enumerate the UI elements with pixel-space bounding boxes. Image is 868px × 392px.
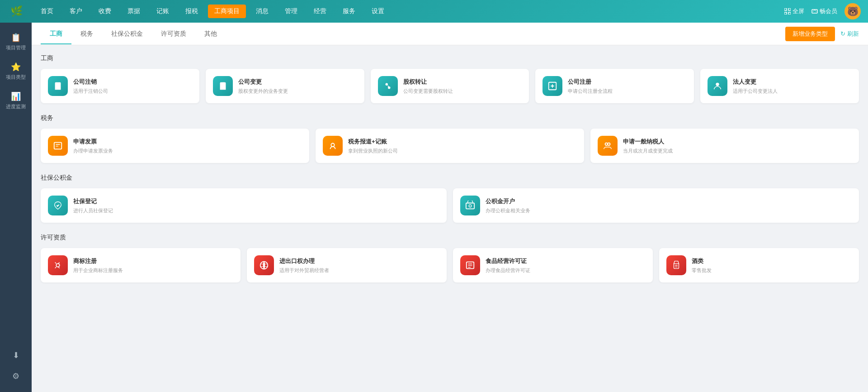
sidebar-bottom: ⬇ ⚙ bbox=[9, 347, 23, 392]
card-company-register[interactable]: 公司注册 申请公司注册全流程 bbox=[535, 69, 694, 103]
food-license-title: 食品经营许可证 bbox=[486, 257, 646, 265]
nav-tax[interactable]: 报税 bbox=[179, 5, 204, 18]
svg-point-8 bbox=[716, 83, 719, 86]
general-taxpayer-icon bbox=[598, 136, 618, 156]
card-social-insurance[interactable]: 社保登记 进行人员社保登记 bbox=[41, 188, 447, 223]
card-provident-fund[interactable]: 公积金开户 办理公积金相关业务 bbox=[453, 188, 859, 223]
apply-invoice-info: 申请发票 办理申请发票业务 bbox=[73, 138, 302, 154]
project-manage-icon: 📋 bbox=[11, 33, 21, 43]
svg-rect-0 bbox=[784, 8, 787, 10]
refresh-button[interactable]: ↻ 刷新 bbox=[840, 30, 859, 38]
card-general-taxpayer[interactable]: 申请一般纳税人 当月或次月成变更完成 bbox=[590, 129, 859, 163]
trademark-icon bbox=[48, 255, 68, 275]
sidebar-download-icon[interactable]: ⬇ bbox=[9, 347, 23, 364]
company-register-info: 公司注册 申请公司注册全流程 bbox=[568, 78, 687, 95]
new-business-type-button[interactable]: 新增业务类型 bbox=[785, 27, 835, 41]
alcohol-desc: 零售批发 bbox=[692, 267, 852, 274]
company-cancel-icon bbox=[48, 76, 68, 96]
tab-bar-actions: 新增业务类型 ↻ 刷新 bbox=[785, 27, 859, 41]
svg-point-12 bbox=[608, 143, 610, 146]
license-cards-grid: 商标注册 用于企业商标注册服务 进出口权办理 适用于对外贸易经营者 bbox=[41, 248, 859, 282]
alcohol-info: 酒类 零售批发 bbox=[692, 257, 852, 274]
user-avatar[interactable]: 🐻 bbox=[844, 3, 861, 19]
nav-operation[interactable]: 经营 bbox=[307, 5, 333, 18]
legal-change-desc: 适用于公司变更法人 bbox=[733, 88, 852, 95]
content-area: 工商 税务 社保公积金 许可资质 其他 新增业务类型 ↻ 刷新 工商 bbox=[32, 23, 868, 392]
card-import-export[interactable]: 进出口权办理 适用于对外贸易经营者 bbox=[247, 248, 447, 282]
food-license-desc: 办理食品经营许可证 bbox=[486, 267, 646, 274]
company-change-icon bbox=[213, 76, 233, 96]
legal-change-info: 法人变更 适用于公司变更法人 bbox=[733, 78, 852, 95]
left-sidebar: 📋 项目管理 ⭐ 项目类型 📊 进度监测 ⬇ ⚙ bbox=[0, 23, 32, 392]
vip-button[interactable]: 畅会员 bbox=[811, 7, 837, 15]
company-register-title: 公司注册 bbox=[568, 78, 687, 86]
nav-message[interactable]: 消息 bbox=[250, 5, 275, 18]
social-insurance-desc: 进行人员社保登记 bbox=[73, 207, 439, 214]
nav-fee[interactable]: 收费 bbox=[92, 5, 118, 18]
sidebar-settings-icon[interactable]: ⚙ bbox=[9, 368, 23, 385]
app-logo: 🌿 bbox=[7, 2, 25, 20]
card-company-change[interactable]: 公司变更 股权变更外的业务变更 bbox=[206, 69, 364, 103]
nav-service[interactable]: 服务 bbox=[336, 5, 362, 18]
nav-home[interactable]: 首页 bbox=[34, 5, 60, 18]
sidebar-item-project-type[interactable]: ⭐ 项目类型 bbox=[0, 57, 32, 86]
tab-social-security[interactable]: 社保公积金 bbox=[102, 24, 152, 44]
nav-invoice[interactable]: 票据 bbox=[121, 5, 146, 18]
svg-point-5 bbox=[385, 83, 388, 86]
nav-items-container: 首页 客户 收费 票据 记账 报税 工商项目 消息 管理 经营 服务 设置 bbox=[34, 5, 784, 18]
company-change-info: 公司变更 股权变更外的业务变更 bbox=[238, 78, 357, 95]
nav-customer[interactable]: 客户 bbox=[63, 5, 89, 18]
section-title-social: 社保公积金 bbox=[41, 174, 859, 182]
sidebar-label-project-manage: 项目管理 bbox=[6, 44, 26, 51]
general-taxpayer-title: 申请一般纳税人 bbox=[623, 138, 852, 146]
card-alcohol[interactable]: 酒类 零售批发 bbox=[659, 248, 859, 282]
nav-industrial[interactable]: 工商项目 bbox=[208, 5, 246, 18]
svg-rect-1 bbox=[788, 8, 791, 10]
company-register-desc: 申请公司注册全流程 bbox=[568, 88, 687, 95]
social-insurance-info: 社保登记 进行人员社保登记 bbox=[73, 197, 439, 214]
equity-transfer-icon bbox=[378, 76, 398, 96]
import-export-title: 进出口权办理 bbox=[279, 257, 439, 265]
trademark-title: 商标注册 bbox=[73, 257, 233, 265]
import-export-icon bbox=[254, 255, 274, 275]
card-trademark[interactable]: 商标注册 用于企业商标注册服务 bbox=[41, 248, 241, 282]
company-change-desc: 股权变更外的业务变更 bbox=[238, 88, 357, 95]
company-cancel-desc: 适用于注销公司 bbox=[73, 88, 192, 95]
legal-change-icon bbox=[708, 76, 727, 96]
tab-tax[interactable]: 税务 bbox=[71, 24, 102, 44]
apply-invoice-desc: 办理申请发票业务 bbox=[73, 148, 302, 154]
top-navigation: 🌿 首页 客户 收费 票据 记账 报税 工商项目 消息 管理 经营 服务 设置 … bbox=[0, 0, 868, 23]
svg-rect-9 bbox=[54, 143, 62, 149]
sidebar-item-progress-monitor[interactable]: 📊 进度监测 bbox=[0, 86, 32, 115]
industrial-cards-grid: 公司注销 适用于注销公司 公司变更 股权变更外的业务变更 bbox=[41, 69, 859, 103]
tab-industrial[interactable]: 工商 bbox=[41, 24, 71, 44]
tax-cards-grid: 申请发票 办理申请发票业务 税务报道+记账 拿到营业执照的新公司 bbox=[41, 129, 859, 163]
sidebar-item-project-manage[interactable]: 📋 项目管理 bbox=[0, 27, 32, 57]
company-cancel-info: 公司注销 适用于注销公司 bbox=[73, 78, 192, 95]
card-apply-invoice[interactable]: 申请发票 办理申请发票业务 bbox=[41, 129, 309, 163]
nav-manage[interactable]: 管理 bbox=[278, 5, 304, 18]
card-food-license[interactable]: 食品经营许可证 办理食品经营许可证 bbox=[453, 248, 653, 282]
provident-fund-desc: 办理公积金相关业务 bbox=[486, 207, 852, 214]
general-taxpayer-desc: 当月或次月成变更完成 bbox=[623, 148, 852, 154]
svg-point-15 bbox=[56, 263, 59, 267]
card-company-cancel[interactable]: 公司注销 适用于注销公司 bbox=[41, 69, 199, 103]
tax-bookkeeping-desc: 拿到营业执照的新公司 bbox=[348, 148, 577, 154]
food-license-icon bbox=[460, 255, 480, 275]
tab-other[interactable]: 其他 bbox=[195, 24, 226, 44]
import-export-desc: 适用于对外贸易经营者 bbox=[279, 267, 439, 274]
card-tax-bookkeeping[interactable]: 税务报道+记账 拿到营业执照的新公司 bbox=[316, 129, 584, 163]
fullscreen-button[interactable]: 全屏 bbox=[784, 7, 804, 15]
section-title-license: 许可资质 bbox=[41, 234, 859, 242]
nav-bookkeeping[interactable]: 记账 bbox=[150, 5, 175, 18]
tax-bookkeeping-info: 税务报道+记账 拿到营业执照的新公司 bbox=[348, 138, 577, 154]
social-insurance-title: 社保登记 bbox=[73, 197, 439, 206]
tax-bookkeeping-title: 税务报道+记账 bbox=[348, 138, 577, 146]
tab-license[interactable]: 许可资质 bbox=[152, 24, 195, 44]
card-legal-change[interactable]: 法人变更 适用于公司变更法人 bbox=[700, 69, 859, 103]
import-export-info: 进出口权办理 适用于对外贸易经营者 bbox=[279, 257, 439, 274]
nav-settings[interactable]: 设置 bbox=[365, 5, 391, 18]
section-title-tax: 税务 bbox=[41, 114, 859, 122]
card-equity-transfer[interactable]: 股权转让 公司变更需要股权转让 bbox=[371, 69, 529, 103]
alcohol-title: 酒类 bbox=[692, 257, 852, 265]
